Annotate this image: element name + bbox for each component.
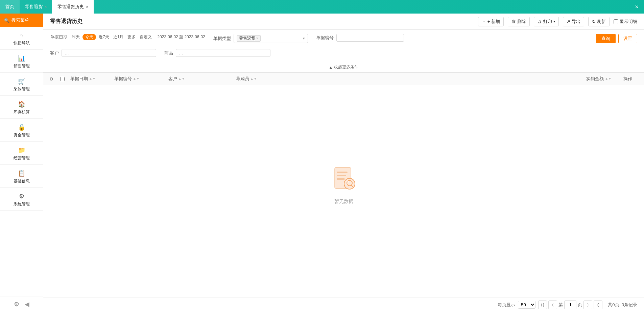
query-button[interactable]: 查询 (596, 34, 616, 43)
sidebar-item-sales-label: 销售管理 (14, 63, 30, 69)
filter-client: 客户 … (50, 49, 156, 57)
date-btn-today[interactable]: 今天 (82, 34, 96, 40)
per-page-select[interactable]: 20 50 100 (518, 301, 535, 309)
tab-retail-return-label: 零售退货 (25, 4, 43, 10)
set-button[interactable]: 设置 (618, 34, 637, 43)
bill-type-select[interactable]: 零售退货 × ▾ (234, 34, 308, 43)
sidebar-search[interactable]: 🔍 搜索菜单 (0, 14, 43, 27)
column-settings-icon[interactable]: ⚙ (49, 76, 53, 82)
new-label: + 新增 (487, 19, 500, 25)
svg-rect-3 (337, 178, 345, 180)
th-amount-label: 实销金额 (586, 76, 604, 82)
settings-icon[interactable]: ⚙ (14, 300, 19, 308)
delete-button[interactable]: 🗑 删除 (508, 17, 530, 26)
th-guide[interactable]: 导购员 ▲▼ (233, 76, 574, 82)
tab-home-label: 首页 (5, 4, 14, 10)
th-amount[interactable]: 实销金额 ▲▼ (574, 76, 614, 82)
sidebar: 🔍 搜索菜单 ⌂ 快捷导航 📊 销售管理 🛒 采购管理 🏠 库存核算 🔒 资金管… (0, 14, 43, 312)
table-area: ⚙ 单据日期 ▲▼ 单据编号 ▲▼ 客户 ▲▼ 导购员 (43, 72, 644, 297)
tab-retail-return[interactable]: 零售退货 × (20, 0, 52, 14)
purchase-icon: 🛒 (18, 77, 25, 85)
th-checkbox[interactable] (57, 77, 68, 81)
sales-icon: 📊 (18, 54, 25, 62)
sidebar-item-operations[interactable]: 📁 经营管理 (0, 142, 43, 165)
date-buttons-group: 昨天 今天 近7天 近1月 更多 自定义 (70, 34, 153, 40)
sidebar-item-quicknav[interactable]: ⌂ 快捷导航 (0, 27, 43, 50)
tab-bar: 首页 零售退货 × 零售退货历史 × (0, 0, 629, 14)
sort-bill-no-icon[interactable]: ▲▼ (133, 77, 140, 80)
page-title: 零售退货历史 (50, 18, 82, 25)
sidebar-item-finance[interactable]: 🔒 资金管理 (0, 119, 43, 142)
client-label: 客户 (50, 50, 59, 56)
collapse-label: 收起更多条件 (334, 64, 358, 70)
sidebar-item-sales[interactable]: 📊 销售管理 (0, 50, 43, 73)
print-button[interactable]: 🖨 打印 ▾ (534, 17, 559, 26)
sidebar-item-operations-label: 经营管理 (14, 155, 30, 161)
tab-retail-return-history[interactable]: 零售退货历史 × (52, 0, 93, 14)
date-range-value: 2023-06-02 至 2023-06-02 (157, 34, 205, 40)
main-content: 零售退货历史 ＋ + 新增 🗑 删除 🖨 打印 ▾ ↗ 导出 (43, 14, 644, 312)
page-number-input[interactable] (564, 300, 576, 309)
bill-no-input[interactable] (336, 34, 404, 42)
date-btn-1month[interactable]: 近1月 (112, 34, 125, 40)
first-page-button[interactable]: ⟨⟨ (538, 300, 547, 309)
sort-bill-date-icon[interactable]: ▲▼ (89, 77, 96, 80)
th-settings[interactable]: ⚙ (46, 76, 57, 82)
bill-date-label: 单据日期 (50, 34, 68, 40)
date-btn-more[interactable]: 更多 (126, 34, 137, 40)
filter-bill-type: 单据类型 零售退货 × ▾ (213, 34, 308, 43)
next-page-button[interactable]: ⟩ (583, 300, 592, 309)
window-close-button[interactable]: × (629, 0, 644, 14)
sidebar-item-system-label: 系统管理 (14, 201, 30, 207)
show-detail-text: 显示明细 (620, 19, 637, 25)
th-operation-label: 操作 (623, 76, 632, 82)
print-icon: 🖨 (538, 19, 542, 24)
new-button[interactable]: ＋ + 新增 (478, 17, 504, 26)
last-page-button[interactable]: ⟩⟩ (594, 300, 602, 309)
home-icon: ⌂ (20, 32, 23, 39)
search-icon: 🔍 (4, 18, 9, 23)
date-btn-7days[interactable]: 近7天 (97, 34, 111, 40)
delete-label: 删除 (517, 19, 526, 25)
bill-type-tag-remove[interactable]: × (256, 37, 258, 40)
collapse-button[interactable]: ▲ 收起更多条件 (329, 64, 359, 70)
bill-no-label: 单据编号 (316, 35, 334, 41)
sort-amount-icon[interactable]: ▲▼ (605, 77, 612, 80)
pagination-bar: 每页显示 20 50 100 ⟨⟨ ⟨ 第 页 ⟩ ⟩⟩ 共0页, 0条记录 (43, 297, 644, 312)
toolbar: ＋ + 新增 🗑 删除 🖨 打印 ▾ ↗ 导出 ↻ (478, 17, 637, 26)
th-bill-no[interactable]: 单据编号 ▲▼ (112, 76, 166, 82)
tab-retail-return-close[interactable]: × (45, 5, 47, 9)
client-input-wrap[interactable]: … (62, 49, 156, 57)
goods-ellipsis: … (179, 50, 183, 55)
delete-icon: 🗑 (511, 19, 516, 24)
prev-page-button[interactable]: ⟨ (548, 300, 557, 309)
date-btn-custom[interactable]: 自定义 (138, 34, 153, 40)
show-detail-checkbox[interactable] (614, 19, 618, 24)
refresh-button[interactable]: ↻ 刷新 (588, 17, 610, 26)
new-icon: ＋ (482, 19, 486, 25)
tab-home[interactable]: 首页 (0, 0, 20, 14)
tab-retail-return-history-close[interactable]: × (86, 5, 88, 9)
filter-row-2: 客户 … 商品 … (50, 49, 637, 60)
sidebar-item-purchase[interactable]: 🛒 采购管理 (0, 73, 43, 96)
export-button[interactable]: ↗ 导出 (563, 17, 584, 26)
sidebar-item-inventory[interactable]: 🏠 库存核算 (0, 96, 43, 119)
date-btn-yesterday[interactable]: 昨天 (70, 34, 81, 40)
select-all-checkbox[interactable] (60, 77, 65, 81)
sidebar-item-purchase-label: 采购管理 (14, 86, 30, 92)
bill-type-dropdown-arrow: ▾ (303, 36, 305, 41)
th-bill-date[interactable]: 单据日期 ▲▼ (68, 76, 112, 82)
collapse-bar: ▲ 收起更多条件 (50, 63, 637, 72)
empty-illustration (329, 164, 359, 195)
per-page-label: 每页显示 (498, 302, 515, 308)
svg-point-7 (347, 181, 349, 183)
sidebar-item-system[interactable]: ⚙ 系统管理 (0, 188, 43, 211)
goods-input-wrap[interactable]: … (176, 49, 270, 57)
sort-client-icon[interactable]: ▲▼ (178, 77, 185, 80)
sidebar-item-basicinfo[interactable]: 📋 基础信息 (0, 165, 43, 188)
sidebar-item-inventory-label: 库存核算 (14, 109, 30, 115)
collapse-sidebar-icon[interactable]: ◀ (25, 300, 29, 308)
th-client[interactable]: 客户 ▲▼ (166, 76, 233, 82)
export-label: 导出 (572, 19, 580, 25)
sort-guide-icon[interactable]: ▲▼ (250, 77, 257, 80)
